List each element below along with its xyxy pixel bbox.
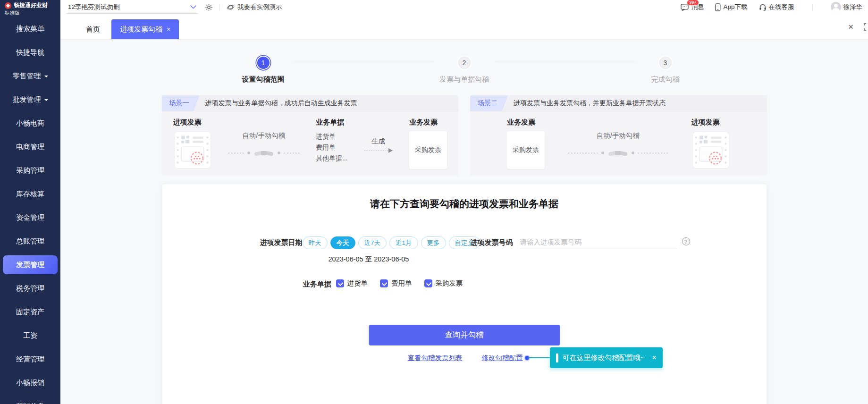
chevron-down-icon	[190, 5, 196, 9]
query-and-match-button[interactable]: 查询并勾稽	[369, 325, 560, 345]
scenario-1-body: 进项发票 自动/手动勾	[162, 111, 459, 169]
topbar-right: 消息 99+ App下载 在线客服 徐泽华	[681, 2, 868, 12]
footer-links: 查看勾稽发票列表 修改勾稽配置 可在这里修改勾稽配置哦~ ×	[408, 347, 663, 368]
handshake-icon	[253, 148, 274, 158]
doc-checkbox[interactable]: 采购发票	[424, 279, 463, 288]
sidebar-item[interactable]: 电商管理	[0, 135, 60, 159]
step-1: 1 设置勾稽范围	[233, 57, 294, 84]
sidebar-item-label: 搜索菜单	[16, 25, 44, 34]
date-range-pill[interactable]: 今天	[330, 236, 355, 249]
sidebar-item[interactable]: 批发管理	[0, 88, 60, 111]
doc-checkbox[interactable]: 费用单	[380, 279, 412, 288]
query-title: 请在下方查询要勾稽的进项发票和业务单据	[162, 197, 767, 210]
date-range-pill[interactable]: 更多	[421, 236, 446, 249]
tab-invoice-matching[interactable]: 进项发票勾稽 ×	[111, 19, 179, 39]
sidebar-item[interactable]: 工资	[0, 324, 60, 347]
input-invoice-column: 进项发票	[173, 118, 212, 169]
checkbox-icon[interactable]	[380, 279, 388, 287]
business-invoice-title: 业务发票	[409, 118, 447, 127]
tooltip-anchor-dot	[525, 356, 529, 360]
sidebar-item-label: 批发管理	[13, 95, 41, 104]
sidebar-item-label: 基础信息	[16, 402, 44, 404]
tooltip-bar	[556, 354, 558, 362]
sidebar-item[interactable]: 固定资产	[0, 300, 60, 324]
sidebar-item[interactable]: 税务管理	[0, 277, 60, 300]
sidebar-item[interactable]: 总账管理	[0, 229, 60, 253]
sidebar-item[interactable]: 零售管理	[0, 64, 60, 88]
modify-match-config-link[interactable]: 修改勾稽配置	[482, 354, 523, 362]
invoice-illustration-icon	[173, 131, 212, 169]
sidebar-item[interactable]: 小畅电商	[0, 111, 60, 135]
config-tooltip: 可在这里修改勾稽配置哦~ ×	[550, 347, 663, 368]
headset-icon	[759, 3, 767, 11]
tab-close-icon[interactable]: ×	[167, 25, 170, 33]
sidebar-item-label: 采购管理	[16, 166, 44, 175]
sidebar-item[interactable]: 资金管理	[0, 206, 60, 229]
matching-group: 自动/手动勾稽	[568, 131, 668, 158]
tabbar: 首页 进项发票勾稽 × ×	[60, 14, 868, 40]
doc-checkbox[interactable]: 进货单	[336, 279, 368, 288]
invoice-number-input[interactable]	[520, 235, 677, 249]
dots-left	[228, 152, 244, 154]
app-download-button[interactable]: App下载	[715, 3, 747, 11]
tab-home[interactable]: 首页	[75, 19, 111, 39]
sidebar-item-label: 工资	[23, 331, 37, 340]
sidebar-item[interactable]: 发票管理	[3, 255, 58, 274]
step-connector	[294, 63, 434, 63]
brand-edition: 标准版	[5, 10, 57, 17]
scenario-card-1: 场景一 进项发票与业务单据勾稽，成功后自动生成业务发票 进项发票	[162, 95, 459, 176]
sidebar-item-label: 零售管理	[13, 72, 41, 81]
matching-graphic	[228, 148, 300, 158]
checkbox-icon[interactable]	[336, 279, 344, 287]
generate-label: 生成	[371, 137, 385, 146]
business-doc-item: 费用单	[316, 142, 348, 153]
tooltip-close-icon[interactable]: ×	[652, 354, 656, 362]
matching-graphic	[568, 148, 668, 158]
user-menu[interactable]: 徐泽华	[831, 2, 863, 12]
help-icon[interactable]: ?	[682, 237, 690, 245]
sidebar-item[interactable]: 采购管理	[0, 159, 60, 182]
date-range-pill[interactable]: 近1月	[389, 236, 418, 249]
close-all-tabs-icon[interactable]: ×	[848, 22, 853, 32]
sidebar-item[interactable]: 小畅报销	[0, 371, 60, 395]
matching-label: 自动/手动勾稽	[597, 131, 640, 140]
sidebar-item[interactable]: 快捷导航	[0, 41, 60, 64]
query-card: 请在下方查询要勾稽的进项发票和业务单据 进项发票日期 昨天 今天 近7天 近1月…	[162, 184, 767, 404]
organization-name: 12李艳芬测试勿删	[68, 3, 120, 11]
scenario-1-header: 场景一 进项发票与业务单据勾稽，成功后自动生成业务发票	[162, 95, 459, 111]
scenario-1-title: 进项发票与业务单据勾稽，成功后自动生成业务发票	[205, 99, 357, 108]
purchase-invoice-card: 采购发票	[409, 131, 447, 169]
business-doc-item: 进货单	[316, 131, 348, 142]
phone-icon	[715, 3, 721, 11]
demo-link[interactable]: 我要看实例演示	[227, 3, 282, 11]
business-invoice-column: 业务发票 采购发票	[507, 118, 545, 169]
messages-button[interactable]: 消息 99+	[681, 3, 704, 11]
business-docs-column: 业务单据 进货单费用单其他单据...	[316, 118, 348, 164]
support-button[interactable]: 在线客服	[759, 3, 794, 11]
date-range-pill[interactable]: 近7天	[358, 236, 387, 249]
dot	[247, 152, 250, 154]
organization-selector[interactable]: 12李艳芬测试勿删	[66, 0, 198, 14]
fullscreen-icon[interactable]	[864, 23, 868, 31]
sidebar-item-label: 发票管理	[16, 261, 44, 269]
date-range-pill[interactable]: 昨天	[303, 236, 328, 249]
sidebar-item-label: 经营管理	[16, 355, 44, 364]
dots-right	[638, 152, 668, 154]
content-area: 1 设置勾稽范围 2 发票与单据勾稽 3 完成勾稽	[60, 40, 868, 404]
business-docs-label: 业务单据	[303, 280, 331, 289]
checkbox-icon[interactable]	[424, 279, 432, 287]
username: 徐泽华	[843, 3, 863, 11]
sidebar-item-label: 固定资产	[16, 308, 44, 317]
sidebar-item[interactable]: 基础信息	[0, 395, 60, 404]
dashed-arrow-icon	[364, 151, 393, 151]
gear-icon[interactable]	[205, 3, 213, 11]
invoice-illustration-icon	[691, 131, 730, 169]
brand-title: 畅捷通好业财	[14, 1, 48, 9]
sidebar-item[interactable]: 搜索菜单	[0, 17, 60, 41]
sidebar-item[interactable]: 经营管理	[0, 347, 60, 371]
main-column: 12李艳芬测试勿删 我要看实例演示 消息 99+ App下载	[60, 0, 868, 404]
step-2-label: 发票与单据勾稽	[439, 75, 489, 84]
sidebar-item[interactable]: 库存核算	[0, 182, 60, 206]
view-matched-invoices-link[interactable]: 查看勾稽发票列表	[408, 354, 463, 362]
dot	[632, 152, 634, 154]
